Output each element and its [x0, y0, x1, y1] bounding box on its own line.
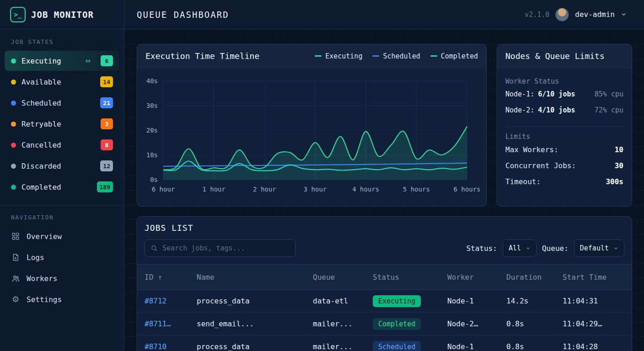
column-header-name[interactable]: Name	[197, 273, 313, 282]
sidebar: JOB STATES Executing 6 Available 14 Sche…	[0, 29, 124, 351]
nav-label: Overview	[27, 232, 62, 241]
terminal-icon: >_	[10, 7, 26, 22]
search-box[interactable]	[145, 239, 295, 257]
svg-text:4 hours: 4 hours	[352, 186, 379, 193]
jobs-list-card: JOBS LIST Status: All Que	[137, 216, 632, 351]
status-dot	[11, 122, 16, 127]
svg-text:30s: 30s	[146, 102, 158, 109]
sidebar-item-logs[interactable]: Logs	[5, 247, 119, 267]
job-queue: mailer...	[313, 319, 373, 328]
node-status-row: Node-2: 4/10 jobs 72% cpu	[505, 106, 623, 122]
username: dev-admin	[575, 10, 615, 19]
topbar: >_ JOB MONITOR QUEUE DASHBOARD v2.1.0 de…	[0, 0, 644, 29]
node-jobs: 4/10 jobs	[538, 106, 575, 114]
job-states-title: JOB STATES	[11, 38, 124, 45]
chart-legend: Executing Scheduled Completed	[315, 52, 478, 60]
sidebar-item-workers[interactable]: Workers	[5, 268, 119, 288]
chevron-down-icon[interactable]	[621, 11, 627, 17]
limit-row: Max Workers: 10	[505, 145, 623, 161]
limit-value: 30	[615, 161, 623, 170]
job-id-link[interactable]: #8711…	[145, 319, 197, 328]
topbar-right: v2.1.0 dev-admin	[525, 8, 644, 21]
brand: >_ JOB MONITOR	[0, 0, 124, 29]
job-name: process_data	[197, 342, 313, 351]
legend-label: Completed	[441, 52, 478, 60]
timeline-card-header: Execution Time Timeline Executing Schedu…	[137, 44, 486, 68]
node-name: Node-2:	[505, 106, 534, 114]
legend-completed: Completed	[430, 52, 478, 60]
users-icon	[11, 274, 20, 283]
job-name: send_email...	[197, 319, 313, 328]
nodes-card: Nodes & Queue Limits Worker Status Node-…	[497, 44, 632, 207]
job-queue: data-etl	[313, 297, 373, 305]
limit-value: 300s	[606, 177, 623, 186]
queue-filter-select[interactable]: Default	[574, 239, 624, 257]
job-id-link[interactable]: #8710	[145, 342, 197, 351]
search-icon	[150, 245, 158, 252]
worker-status-title: Worker Status	[505, 77, 623, 85]
main-content: Execution Time Timeline Executing Schedu…	[124, 29, 644, 351]
queue-filter-value: Default	[580, 244, 609, 252]
sidebar-item-overview[interactable]: Overview	[5, 226, 119, 246]
column-header-worker[interactable]: Worker	[447, 273, 506, 282]
status-dot	[11, 58, 16, 64]
limit-row: Concurrent Jobs: 30	[505, 161, 623, 177]
table-row[interactable]: #8711… send_email... mailer... Completed…	[137, 313, 632, 335]
nav-label: Settings	[27, 295, 62, 304]
sidebar-item-completed[interactable]: Completed 189	[5, 177, 119, 197]
limit-value: 10	[615, 145, 623, 154]
svg-text:40s: 40s	[146, 77, 158, 85]
sidebar-item-scheduled[interactable]: Scheduled 21	[5, 93, 119, 113]
jobs-toolbar: Status: All Queue: Default	[137, 239, 632, 264]
job-worker: Node-2…	[447, 319, 506, 328]
legend-executing: Executing	[315, 52, 362, 60]
column-header-id[interactable]: ID ↑	[145, 273, 197, 282]
grid-icon	[11, 232, 20, 240]
node-cpu: 72% cpu	[595, 106, 623, 114]
count-badge: 12	[100, 160, 113, 171]
status-filter-select[interactable]: All	[503, 239, 537, 257]
status-dot	[11, 143, 16, 148]
state-label: Available	[21, 78, 61, 86]
job-id-link[interactable]: #8712	[145, 297, 197, 305]
limit-row: Timeout: 300s	[505, 177, 623, 193]
job-status: Executing	[373, 295, 447, 307]
status-badge: Executing	[373, 295, 421, 307]
svg-text:5 hours: 5 hours	[403, 186, 430, 193]
column-header-queue[interactable]: Queue	[313, 273, 373, 282]
nodes-title: Nodes & Queue Limits	[505, 51, 605, 61]
column-header-duration[interactable]: Duration	[506, 273, 563, 282]
app-root: >_ JOB MONITOR QUEUE DASHBOARD v2.1.0 de…	[0, 0, 644, 351]
state-label: Executing	[21, 57, 61, 65]
column-header-start-time[interactable]: Start Time	[563, 273, 632, 282]
nodes-body: Worker Status Node-1: 6/10 jobs 85% cpu …	[497, 68, 632, 193]
job-queue: mailer...	[313, 342, 373, 351]
status-dot	[11, 80, 16, 85]
job-worker: Node-1	[447, 342, 506, 351]
divider	[505, 127, 623, 127]
status-dot	[11, 185, 16, 190]
sidebar-item-executing[interactable]: Executing 6	[5, 51, 119, 71]
table-row[interactable]: #8712 process_data data-etl Executing No…	[137, 290, 632, 313]
search-input[interactable]	[162, 244, 290, 252]
job-duration: 0.8s	[506, 342, 563, 351]
version-label: v2.1.0	[525, 11, 549, 19]
divider	[0, 205, 124, 206]
count-badge: 3	[101, 118, 113, 129]
sidebar-item-discarded[interactable]: Discarded 12	[5, 156, 119, 176]
state-label: Retryable	[21, 120, 61, 128]
navigation-title: NAVIGATION	[11, 214, 124, 221]
sidebar-item-available[interactable]: Available 14	[5, 72, 119, 92]
avatar[interactable]	[555, 8, 569, 21]
sidebar-item-retryable[interactable]: Retryable 3	[5, 114, 119, 134]
legend-dash-icon	[372, 55, 379, 57]
status-badge: Completed	[373, 318, 421, 330]
column-header-status[interactable]: Status	[373, 273, 447, 282]
legend-dash-icon	[430, 55, 437, 57]
job-start-time: 11:04:29…	[563, 319, 632, 328]
job-status: Scheduled	[373, 341, 447, 351]
table-row[interactable]: #8710 process_data mailer... Scheduled N…	[137, 335, 632, 351]
legend-label: Executing	[325, 52, 362, 60]
sidebar-item-settings[interactable]: ⚙ Settings	[5, 289, 119, 309]
sidebar-item-cancelled[interactable]: Cancelled 8	[5, 135, 119, 155]
